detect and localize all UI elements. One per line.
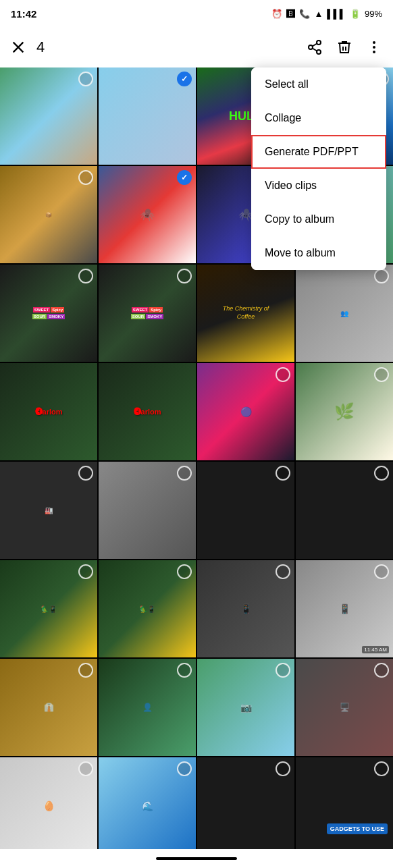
bottom-nav-bar: [0, 849, 393, 868]
svg-point-2: [317, 40, 321, 45]
photo-cell[interactable]: SWEETSpicy SOURSMOKY: [99, 265, 196, 362]
photo-cell[interactable]: [197, 462, 294, 559]
photo-checkbox[interactable]: [78, 761, 93, 776]
menu-item-generate-pdf[interactable]: Generate PDF/PPT: [251, 135, 386, 169]
photo-cell[interactable]: 🌊: [99, 757, 196, 855]
photo-cell[interactable]: 🕷️: [99, 166, 196, 263]
photo-cell[interactable]: 👥: [296, 265, 393, 362]
photo-cell[interactable]: 🅗arlom: [0, 363, 97, 460]
photo-cell[interactable]: 👔: [0, 659, 97, 756]
photo-cell[interactable]: 🌿: [296, 363, 393, 460]
wifi-icon: ▲: [314, 9, 323, 19]
photo-cell[interactable]: [197, 757, 294, 855]
photo-checkbox[interactable]: [276, 663, 290, 678]
context-menu: Select all Collage Generate PDF/PPT Vide…: [251, 67, 386, 270]
home-indicator[interactable]: [156, 857, 237, 860]
photo-checkbox[interactable]: [78, 466, 93, 481]
menu-item-collage[interactable]: Collage: [251, 101, 386, 135]
photo-cell[interactable]: The Chemistry ofCoffee: [197, 265, 294, 362]
menu-item-move-to-album[interactable]: Move to album: [251, 236, 386, 270]
battery-percent: 99%: [365, 9, 382, 19]
menu-item-copy-to-album[interactable]: Copy to album: [251, 202, 386, 236]
photo-checkbox[interactable]: [374, 367, 389, 382]
photo-cell[interactable]: 🥚: [0, 757, 97, 855]
photo-checkbox[interactable]: [374, 269, 389, 283]
watermark-logo: GADGETS TO USE: [327, 823, 388, 834]
photo-checkbox[interactable]: [276, 564, 290, 579]
photo-checkbox[interactable]: [276, 761, 290, 776]
photo-checkbox[interactable]: [78, 564, 93, 579]
photo-cell[interactable]: [99, 67, 196, 165]
status-time: 11:42: [11, 8, 36, 20]
svg-line-5: [313, 49, 317, 51]
photo-checkbox[interactable]: [177, 663, 192, 678]
menu-item-select-all[interactable]: Select all: [251, 67, 386, 101]
photo-checkbox[interactable]: [177, 564, 192, 579]
top-bar-left: 4: [11, 38, 45, 56]
photo-checkbox[interactable]: [374, 564, 389, 579]
svg-point-9: [373, 51, 375, 53]
photo-cell[interactable]: 📱 11:45 AM: [296, 560, 393, 657]
photo-checkbox[interactable]: [177, 170, 192, 185]
share-button[interactable]: [307, 39, 323, 55]
battery-icon: 🔋: [350, 9, 361, 19]
photo-cell[interactable]: 🅗arlom: [99, 363, 196, 460]
status-bar: 11:42 ⏰ 🅱 📞 ▲ ▌▌▌ 🔋 99%: [0, 0, 393, 27]
alarm-icon: ⏰: [271, 9, 282, 19]
photo-content: 🅗arlom: [99, 363, 196, 460]
photo-checkbox[interactable]: [177, 269, 192, 283]
photo-cell[interactable]: SWEETSpicy SOURSMOKY: [0, 265, 97, 362]
delete-button[interactable]: [336, 39, 352, 55]
menu-item-video-clips[interactable]: Video clips: [251, 169, 386, 202]
photo-cell[interactable]: 🖥️: [296, 659, 393, 756]
photo-cell[interactable]: 📱: [197, 560, 294, 657]
photo-cell[interactable]: 🦜📱: [0, 560, 97, 657]
photo-cell[interactable]: 👤: [99, 659, 196, 756]
photo-timestamp: 11:45 AM: [362, 646, 389, 653]
top-bar: 4: [0, 27, 393, 67]
photo-content: 🅗arlom: [0, 363, 97, 460]
svg-point-4: [317, 50, 321, 54]
svg-point-3: [309, 45, 313, 49]
close-button[interactable]: [11, 40, 26, 55]
photo-cell[interactable]: 📷: [197, 659, 294, 756]
photo-checkbox[interactable]: [78, 170, 93, 185]
photo-cell[interactable]: [296, 462, 393, 559]
photo-checkbox[interactable]: [374, 761, 389, 776]
photo-checkbox[interactable]: [374, 466, 389, 481]
photo-cell[interactable]: 🏭: [0, 462, 97, 559]
svg-point-8: [373, 46, 375, 49]
photo-cell[interactable]: GADGETS TO USE: [296, 757, 393, 855]
photo-checkbox[interactable]: [177, 761, 192, 776]
photo-checkbox[interactable]: [177, 72, 192, 86]
more-options-button[interactable]: [366, 39, 382, 55]
call-icon: 📞: [299, 9, 310, 19]
photo-checkbox[interactable]: [78, 663, 93, 678]
photo-cell[interactable]: 🦜📱: [99, 560, 196, 657]
photo-cell[interactable]: 🔵: [197, 363, 294, 460]
photo-checkbox[interactable]: [78, 72, 93, 86]
bluetooth-icon: 🅱: [286, 9, 295, 19]
status-icons: ⏰ 🅱 📞 ▲ ▌▌▌ 🔋 99%: [271, 9, 382, 19]
top-bar-right: [307, 39, 382, 55]
signal-icon: ▌▌▌: [327, 9, 346, 19]
photo-checkbox[interactable]: [276, 367, 290, 382]
photo-cell[interactable]: 📦: [0, 166, 97, 263]
photo-content: The Chemistry ofCoffee: [197, 265, 294, 362]
photo-checkbox[interactable]: [177, 466, 192, 481]
photo-cell[interactable]: [99, 462, 196, 559]
photo-cell[interactable]: [0, 67, 97, 165]
photo-checkbox[interactable]: [78, 269, 93, 283]
svg-line-6: [313, 44, 317, 47]
selected-count: 4: [36, 38, 45, 56]
photo-checkbox[interactable]: [374, 663, 389, 678]
photo-checkbox[interactable]: [276, 466, 290, 481]
svg-point-7: [373, 41, 375, 44]
